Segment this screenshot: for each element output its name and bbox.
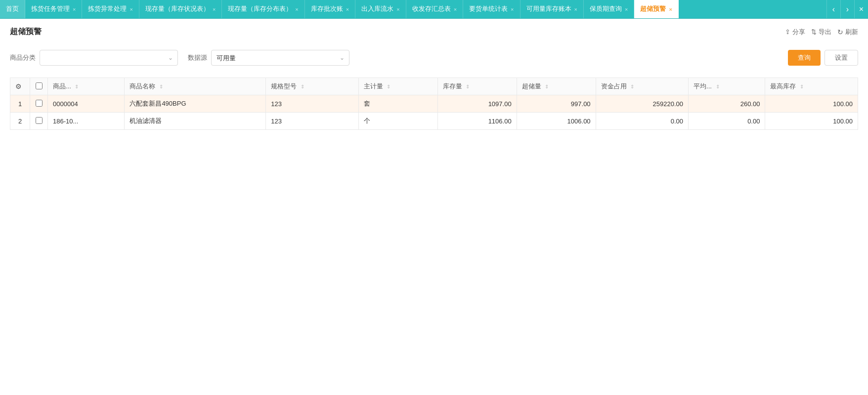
row-name-cell: 六配套新昌490BPG [125,95,266,113]
col-header-stock: 库存量 ⇕ [437,78,517,95]
sort-over-icon[interactable]: ⇕ [545,84,549,89]
nav-item-------[interactable]: 拣货异常处理× [82,0,139,19]
nav-item-close-icon[interactable]: × [454,6,457,12]
nav-item-label: 超储预警 [640,5,666,13]
nav-item-close-icon[interactable]: × [130,6,132,12]
nav-item-label: 收发存汇总表 [412,5,451,13]
col-header-over-label: 超储量 [522,82,541,90]
col-header-spec: 规格型号 ⇕ [266,78,358,95]
nav-item-close-icon[interactable]: × [574,6,577,12]
nav-item------[interactable]: 库存批次账× [305,0,355,19]
nav-item-----------[interactable]: 现存量（库存状况表）× [139,0,222,19]
col-header-stock-label: 库存量 [443,82,462,90]
sort-max-icon[interactable]: ⇕ [800,84,804,89]
query-button[interactable]: 查询 [788,50,821,66]
col-header-name-label: 商品名称 [130,82,155,90]
refresh-button[interactable]: ↻ 刷新 [837,28,858,37]
row-checkbox-cell [30,113,48,130]
row-checkbox[interactable] [36,100,43,107]
sort-avg-icon[interactable]: ⇕ [716,84,720,89]
nav-next-button[interactable]: › [840,0,854,19]
nav-item-label: 拣货任务管理 [31,5,70,13]
category-select-wrapper: ⌄ [40,50,178,66]
col-header-capital-label: 资金占用 [601,82,627,90]
page-actions: ⇪ 分享 ⇅ 导出 ↻ 刷新 [785,28,858,37]
select-all-checkbox[interactable] [36,82,43,89]
sort-stock-icon[interactable]: ⇕ [466,84,470,89]
nav-item------[interactable]: 出入库流水× [355,0,406,19]
nav-item-label: 现存量（库存状况表） [145,5,210,13]
nav-item-close-icon[interactable]: × [73,6,76,12]
row-max-cell: 100.00 [765,113,858,130]
row-checkbox[interactable] [36,117,43,124]
nav-item---[interactable]: 首页 [0,0,25,19]
sort-code-icon[interactable]: ⇕ [75,84,79,89]
nav-item-label: 保质期查询 [590,5,622,13]
sort-unit-icon[interactable]: ⇕ [387,84,391,89]
col-header-avg: 平均... ⇕ [689,78,765,95]
settings-button[interactable]: 设置 [825,50,858,66]
col-header-max: 最高库存 ⇕ [765,78,858,95]
sort-spec-icon[interactable]: ⇕ [301,84,304,89]
export-label: 导出 [819,28,831,37]
export-button[interactable]: ⇅ 导出 [811,28,831,37]
col-header-code-label: 商品... [53,82,71,90]
gear-icon[interactable]: ⚙ [15,82,22,90]
nav-item-close-icon[interactable]: × [669,6,672,12]
nav-item-close-icon[interactable]: × [295,6,298,12]
top-navigation: 首页拣货任务管理×拣货异常处理×现存量（库存状况表）×现存量（库存分布表）×库存… [0,0,868,19]
row-capital-cell: 0.00 [596,113,688,130]
nav-arrows: ‹ › × [826,0,868,19]
nav-item-------[interactable]: 收发存汇总表× [406,0,463,19]
filter-row: 商品分类 ⌄ 数据源 可用量 库存量 ⌄ 查询 设置 [10,45,858,71]
nav-item-label: 拣货异常处理 [88,5,127,13]
share-label: 分享 [792,28,805,37]
nav-prev-button[interactable]: ‹ [826,0,840,19]
category-filter-label: 商品分类 [10,53,36,62]
row-avg-cell: 260.00 [689,95,765,113]
nav-item-------[interactable]: 要货单统计表× [463,0,520,19]
sort-name-icon[interactable]: ⇕ [159,84,163,89]
refresh-label: 刷新 [845,28,858,37]
nav-item-close-icon[interactable]: × [396,6,399,12]
data-table: ⚙ 商品... ⇕ 商品名称 ⇕ 规格型号 ⇕ 主计量 [10,78,858,130]
nav-item-label: 要货单统计表 [469,5,508,13]
nav-item-----[interactable]: 超储预警× [634,0,678,19]
nav-item-close-icon[interactable]: × [346,6,349,12]
row-avg-cell: 0.00 [689,113,765,130]
nav-item-label: 库存批次账 [311,5,343,13]
col-header-spec-label: 规格型号 [271,82,297,90]
share-button[interactable]: ⇪ 分享 [785,28,805,37]
col-header-avg-label: 平均... [694,82,712,90]
nav-item-label: 现存量（库存分布表） [228,5,292,13]
datasource-filter-label: 数据源 [188,53,207,62]
col-header-over: 超储量 ⇕ [517,78,596,95]
nav-close-button[interactable]: × [854,0,868,19]
row-index-cell: 1 [10,95,30,113]
col-header-unit: 主计量 ⇕ [358,78,437,95]
datasource-filter-group: 数据源 可用量 库存量 ⌄ [188,50,349,66]
nav-item-label: 可用量库存账本 [526,5,571,13]
filter-actions: 查询 设置 [788,50,858,66]
col-header-settings: ⚙ [10,78,30,95]
nav-item--------[interactable]: 可用量库存账本× [521,0,584,19]
row-capital-cell: 259220.00 [596,95,688,113]
nav-item------[interactable]: 保质期查询× [584,0,634,19]
row-checkbox-cell [30,95,48,113]
nav-item-----------[interactable]: 现存量（库存分布表）× [222,0,304,19]
nav-item-close-icon[interactable]: × [213,6,216,12]
datasource-select-wrapper: 可用量 库存量 ⌄ [211,50,349,66]
category-select[interactable] [40,50,178,66]
table-row: 10000004六配套新昌490BPG123套1097.00997.002592… [10,95,858,113]
table-row: 2186-10...机油滤清器123个1106.001006.000.000.0… [10,113,858,130]
nav-item-close-icon[interactable]: × [625,6,628,12]
col-header-capital: 资金占用 ⇕ [596,78,688,95]
sort-capital-icon[interactable]: ⇕ [630,84,634,89]
datasource-select[interactable]: 可用量 库存量 [211,50,349,66]
page-header: 超储预警 ⇪ 分享 ⇅ 导出 ↻ 刷新 [10,27,858,37]
nav-item-close-icon[interactable]: × [511,6,514,12]
table-header-row: ⚙ 商品... ⇕ 商品名称 ⇕ 规格型号 ⇕ 主计量 [10,78,858,95]
nav-item-------[interactable]: 拣货任务管理× [25,0,82,19]
row-code-cell: 186-10... [48,113,125,130]
export-icon: ⇅ [811,28,817,36]
